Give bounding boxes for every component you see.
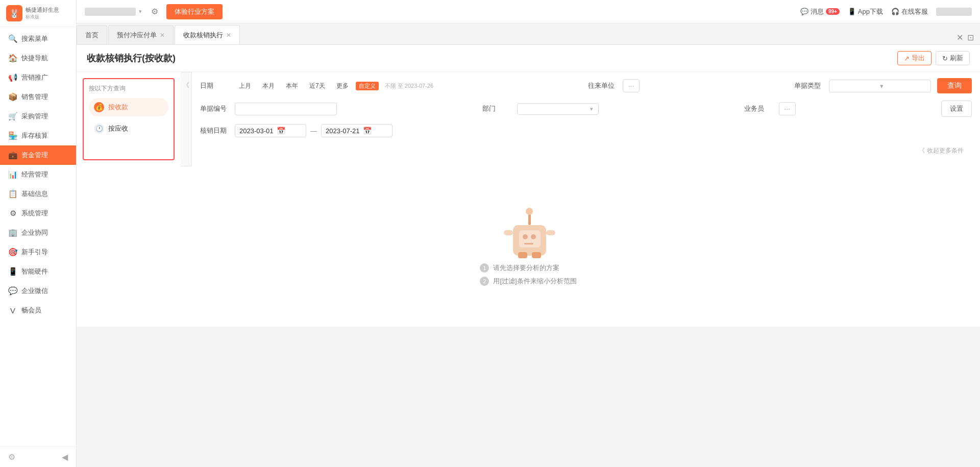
page-title: 收款核销执行(按收款) — [87, 52, 176, 70]
sidebar-label-marketing: 营销推广 — [21, 73, 48, 82]
operations-icon: 📊 — [8, 170, 17, 179]
sidebar-item-guide[interactable]: 🎯新手引导 — [0, 242, 76, 262]
receivable-icon: 🕐 — [94, 124, 104, 134]
tabbar: 首页 预付冲应付单 ✕ 收款核销执行 ✕ ✕ ⊡ — [77, 23, 980, 45]
sidebar-item-wechat[interactable]: 💬企业微信 — [0, 281, 76, 301]
verify-date-end-input[interactable]: 2023-07-21 📅 — [321, 124, 393, 137]
doc-num-input[interactable] — [235, 103, 337, 115]
svg-rect-10 — [532, 252, 541, 258]
date-btn-last-month[interactable]: 上月 — [235, 81, 255, 91]
collapse-filter-button[interactable]: 《 — [181, 72, 192, 166]
filter-option-by-receipt[interactable]: 💰 按收款 — [89, 98, 168, 116]
brand-name-placeholder — [85, 8, 136, 16]
tab-home[interactable]: 首页 — [77, 25, 107, 44]
sidebar-bottom: ⚙ ◀ — [0, 447, 76, 467]
inventory-icon: 🏪 — [8, 131, 17, 140]
logo-icon: 🐰 — [6, 5, 22, 21]
sidebar-item-sales[interactable]: 📦销售管理 — [0, 87, 76, 107]
sidebar-item-purchase[interactable]: 🛒采购管理 — [0, 107, 76, 126]
online-service-item[interactable]: 🎧 在线客服 — [891, 7, 928, 16]
marketing-icon: 📢 — [8, 73, 17, 82]
purchase-icon: 🛒 — [8, 112, 17, 121]
empty-robot-illustration — [503, 207, 554, 253]
tab-prepay[interactable]: 预付冲应付单 ✕ — [108, 25, 174, 44]
date-btn-this-year[interactable]: 本年 — [282, 81, 302, 91]
date-btn-this-month[interactable]: 本月 — [258, 81, 279, 91]
doc-type-select[interactable]: ▾ — [829, 80, 931, 92]
sidebar-menu: 🔍搜索菜单🏠快捷导航📢营销推广📦销售管理🛒采购管理🏪库存核算💼资金管理📊经营管理… — [0, 27, 76, 447]
export-button[interactable]: ↗ 导出 — [897, 51, 932, 65]
calendar-start-icon[interactable]: 📅 — [277, 127, 285, 135]
sidebar-label-basic: 基础信息 — [21, 189, 48, 199]
verify-date-label: 核销日期 — [200, 126, 229, 135]
sidebar-label-nav: 快捷导航 — [21, 54, 48, 63]
query-button[interactable]: 查询 — [937, 78, 972, 93]
empty-state: 1 请先选择要分析的方案 2 用[过滤]条件来缩小分析范围 — [77, 166, 980, 327]
system-icon: ⚙ — [8, 209, 17, 218]
date-options-group: 上月 本月 本年 近7天 更多 自定义 — [235, 81, 379, 91]
sidebar-label-sales: 销售管理 — [21, 92, 48, 102]
message-item[interactable]: 💬 消息 99+ — [800, 7, 840, 16]
main-area: ▾ ⚙ 体验行业方案 💬 消息 99+ 📱 App下载 🎧 在线客服 首页 — [77, 0, 980, 467]
refresh-button[interactable]: ↻ 刷新 — [936, 51, 970, 65]
wechat-icon: 💬 — [8, 286, 17, 296]
hardware-icon: 📱 — [8, 267, 17, 276]
sidebar-logo: 🐰 畅捷通好生意 标准版 — [0, 0, 76, 27]
search-icon: 🔍 — [8, 34, 17, 43]
sidebar-item-operations[interactable]: 📊经营管理 — [0, 165, 76, 184]
solution-button[interactable]: 体验行业方案 — [166, 4, 223, 19]
expand-icon[interactable]: ⊡ — [967, 33, 974, 42]
counterparty-input[interactable]: ··· — [623, 79, 640, 92]
doc-num-label: 单据编号 — [200, 104, 229, 113]
export-icon: ↗ — [904, 55, 910, 62]
topbar-chevron-icon: ▾ — [139, 8, 142, 15]
topbar-gear-icon[interactable]: ⚙ — [151, 7, 158, 16]
sidebar-item-hardware[interactable]: 📱智能硬件 — [0, 262, 76, 281]
settings-icon[interactable]: ⚙ — [8, 452, 15, 462]
guide-icon: 🎯 — [8, 248, 17, 257]
receipt-icon: 💰 — [94, 102, 104, 112]
nav-icon: 🏠 — [8, 54, 17, 63]
verify-date-start-input[interactable]: 2023-03-01 📅 — [235, 124, 306, 137]
page-actions: ↗ 导出 ↻ 刷新 — [897, 51, 970, 71]
tabbar-right: ✕ ⊡ — [950, 33, 980, 44]
empty-tip-2: 2 用[过滤]条件来缩小分析范围 — [480, 277, 576, 286]
filter-row-1: 日期 上月 本月 本年 近7天 更多 自定义 不限 至 2023-07-26 — [200, 78, 972, 93]
dept-select[interactable]: ▾ — [517, 103, 599, 115]
sidebar-label-enterprise: 企业协同 — [21, 228, 48, 237]
date-custom-badge: 自定义 — [356, 82, 379, 90]
close-tab-collection[interactable]: ✕ — [226, 32, 231, 39]
date-btn-more[interactable]: 更多 — [332, 81, 353, 91]
svg-point-2 — [523, 234, 528, 239]
svg-point-3 — [531, 234, 536, 239]
sidebar-item-basic[interactable]: 📋基础信息 — [0, 184, 76, 204]
app-download-item[interactable]: 📱 App下载 — [848, 7, 883, 16]
message-icon: 💬 — [800, 8, 808, 15]
collapse-sidebar-icon[interactable]: ◀ — [62, 452, 68, 462]
sidebar-item-member[interactable]: V畅会员 — [0, 301, 76, 320]
logo-text: 畅捷通好生意 — [26, 6, 59, 13]
sidebar-item-enterprise[interactable]: 🏢企业协同 — [0, 223, 76, 242]
sidebar-item-system[interactable]: ⚙系统管理 — [0, 204, 76, 223]
sidebar-item-finance[interactable]: 💼资金管理 — [0, 145, 76, 165]
filter-option-by-receivable[interactable]: 🕐 按应收 — [89, 119, 168, 138]
refresh-icon: ↻ — [942, 55, 948, 62]
date-btn-7days[interactable]: 近7天 — [305, 81, 329, 91]
sidebar-label-system: 系统管理 — [21, 209, 48, 218]
sidebar-label-inventory: 库存核算 — [21, 131, 48, 140]
setting-button[interactable]: 设置 — [941, 101, 972, 117]
calendar-end-icon[interactable]: 📅 — [363, 127, 372, 135]
topbar-brand: ▾ — [85, 8, 142, 16]
staff-input[interactable]: ··· — [779, 102, 796, 115]
sidebar-item-marketing[interactable]: 📢营销推广 — [0, 68, 76, 87]
collapse-more-button[interactable]: 《 收起更多条件 — [919, 146, 964, 155]
close-window-icon[interactable]: ✕ — [957, 33, 963, 42]
sidebar-item-search[interactable]: 🔍搜索菜单 — [0, 29, 76, 48]
date-range-separator: — — [310, 127, 317, 135]
tab-collection[interactable]: 收款核销执行 ✕ — [175, 25, 240, 44]
sidebar-item-nav[interactable]: 🏠快捷导航 — [0, 48, 76, 68]
svg-rect-7 — [504, 230, 513, 235]
close-tab-prepay[interactable]: ✕ — [160, 32, 165, 39]
sidebar-item-inventory[interactable]: 🏪库存核算 — [0, 126, 76, 145]
page-header: 收款核销执行(按收款) ↗ 导出 ↻ 刷新 — [77, 45, 980, 72]
